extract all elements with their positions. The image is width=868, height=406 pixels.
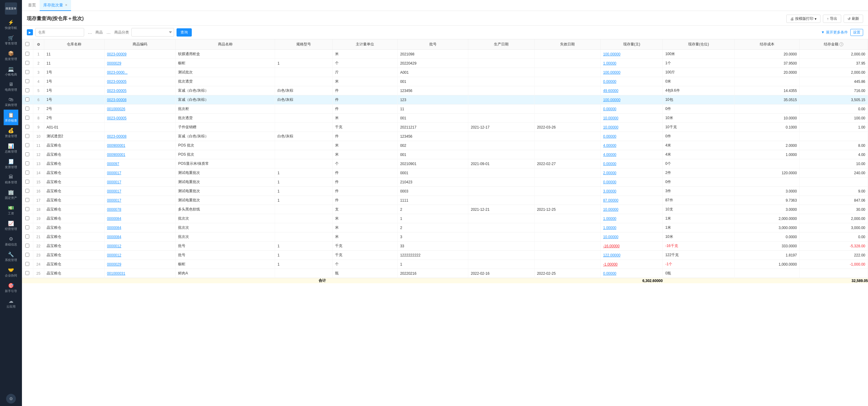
filter-toggle-button[interactable]: ▶ — [27, 29, 33, 35]
row-checkbox-10[interactable] — [25, 143, 29, 147]
cell-qty-main-16[interactable]: 87.00000 — [600, 196, 663, 205]
row-checkbox-0[interactable] — [25, 52, 29, 56]
row-checkbox-3[interactable] — [25, 79, 29, 83]
cell-code-15[interactable]: 0000017 — [104, 187, 176, 196]
sidebar-item-ecommerce[interactable]: 🖥电商管理 — [4, 79, 18, 94]
row-checkbox-16[interactable] — [25, 198, 29, 202]
sidebar-item-stats[interactable]: 📊总账管理 — [4, 141, 18, 156]
cell-code-24[interactable]: 001000031 — [104, 269, 176, 278]
cell-qty-main-20[interactable]: 10.00000 — [600, 232, 663, 241]
category-select[interactable] — [131, 28, 174, 37]
tab-close-inventory-batch[interactable]: ✕ — [65, 3, 67, 7]
cell-qty-main-22[interactable]: 122.00000 — [600, 251, 663, 260]
cell-code-21[interactable]: 0000012 — [104, 241, 176, 251]
sidebar-item-fixed[interactable]: 🏢固定资产 — [4, 187, 18, 203]
expand-conditions-button[interactable]: ▼ 展开更多条件 — [821, 30, 848, 35]
cell-qty-main-2[interactable]: 100.00000 — [600, 68, 663, 77]
cell-qty-main-13[interactable]: 2.00000 — [600, 168, 663, 177]
cell-code-7[interactable]: 0023-00005 — [104, 113, 176, 123]
row-checkbox-24[interactable] — [25, 271, 29, 275]
cell-qty-main-18[interactable]: 1.00000 — [600, 214, 663, 223]
sidebar-item-wholesale[interactable]: 📦批发管理 — [4, 48, 18, 64]
row-checkbox-21[interactable] — [25, 244, 29, 248]
cell-code-19[interactable]: 0000084 — [104, 223, 176, 232]
settings-link[interactable]: 设置 — [850, 29, 863, 36]
row-checkbox-17[interactable] — [25, 207, 29, 211]
cell-qty-main-24[interactable]: 0.00000 — [600, 269, 663, 278]
cell-code-20[interactable]: 0000084 — [104, 232, 176, 241]
cell-code-1[interactable]: 0000029 — [104, 59, 176, 68]
warehouse-input[interactable] — [35, 28, 84, 37]
sidebar-item-ecommerce-small[interactable]: 💻小账电商 — [4, 64, 18, 79]
cell-qty-main-9[interactable]: 0.00000 — [600, 132, 663, 141]
cell-code-10[interactable]: 000900001 — [104, 141, 176, 150]
export-button[interactable]: ↑ 导出 — [823, 14, 841, 23]
cell-code-3[interactable]: 0023-00005 — [104, 77, 176, 86]
cell-qty-main-21[interactable]: -16.00000 — [600, 241, 663, 251]
cell-qty-main-7[interactable]: 10.00000 — [600, 113, 663, 123]
search-menu-button[interactable]: 搜索菜单 — [5, 2, 17, 14]
cell-code-0[interactable]: 0023-00009 — [104, 49, 176, 59]
tab-inventory-batch[interactable]: 库存批次量✕ — [40, 0, 71, 11]
cell-code-2[interactable]: 0023-0000... — [104, 68, 176, 77]
search-button[interactable]: 查询 — [177, 28, 192, 37]
cell-qty-main-4[interactable]: 49.60000 — [600, 86, 663, 95]
row-checkbox-7[interactable] — [25, 116, 29, 120]
cell-qty-main-17[interactable]: 10.00000 — [600, 205, 663, 214]
cell-qty-main-23[interactable]: -1.00000 — [600, 260, 663, 269]
cell-qty-main-14[interactable]: 0.00000 — [600, 177, 663, 187]
cell-code-6[interactable]: 001000026 — [104, 104, 176, 113]
cell-code-14[interactable]: 0000017 — [104, 177, 176, 187]
sidebar-item-cloud[interactable]: ☁云应用 — [4, 296, 18, 311]
sidebar-item-retail[interactable]: 🛒零售管理 — [4, 33, 18, 48]
sidebar-item-base[interactable]: ⚙基础信息 — [4, 234, 18, 249]
cell-qty-main-8[interactable]: 10.00000 — [600, 123, 663, 132]
sidebar-item-payroll[interactable]: 💵工资 — [4, 203, 18, 218]
cell-qty-main-19[interactable]: 1.00000 — [600, 223, 663, 232]
cell-qty-main-6[interactable]: 0.00000 — [600, 104, 663, 113]
select-all-checkbox[interactable] — [25, 42, 29, 46]
tab-home[interactable]: 首页 — [24, 0, 40, 11]
row-checkbox-1[interactable] — [25, 61, 29, 65]
cell-qty-main-3[interactable]: 0.00000 — [600, 77, 663, 86]
cell-qty-main-0[interactable]: 100.00000 — [600, 49, 663, 59]
row-checkbox-2[interactable] — [25, 70, 29, 74]
sidebar-item-inventory[interactable]: 📋库存核查 — [4, 110, 18, 125]
row-checkbox-19[interactable] — [25, 225, 29, 229]
row-checkbox-8[interactable] — [25, 125, 29, 129]
sidebar-item-tax[interactable]: 🏛税务管理 — [4, 172, 18, 187]
row-checkbox-9[interactable] — [25, 134, 29, 138]
sidebar-item-home[interactable]: ⚡快捷导航 — [4, 17, 18, 33]
row-checkbox-12[interactable] — [25, 162, 29, 165]
row-checkbox-13[interactable] — [25, 171, 29, 174]
total-cost-help-icon[interactable]: ? — [839, 42, 843, 46]
row-checkbox-15[interactable] — [25, 189, 29, 193]
cell-qty-main-10[interactable]: 4.00000 — [600, 141, 663, 150]
cell-code-9[interactable]: 0023-00008 — [104, 132, 176, 141]
settings-col-icon[interactable]: ⚙ — [37, 42, 40, 46]
row-checkbox-14[interactable] — [25, 180, 29, 184]
sidebar-item-ops[interactable]: 📈经营管理 — [4, 218, 18, 234]
row-checkbox-6[interactable] — [25, 107, 29, 110]
sidebar-item-collab[interactable]: 🤝企业协同 — [4, 265, 18, 280]
cell-code-4[interactable]: 0023-00005 — [104, 86, 176, 95]
cell-qty-main-5[interactable]: 100.00000 — [600, 95, 663, 104]
row-checkbox-18[interactable] — [25, 216, 29, 220]
row-checkbox-4[interactable] — [25, 88, 29, 92]
row-checkbox-22[interactable] — [25, 253, 29, 257]
cell-qty-main-12[interactable]: 0.00000 — [600, 159, 663, 168]
sidebar-item-invoice[interactable]: 🧾发票管理 — [4, 156, 18, 172]
row-checkbox-5[interactable] — [25, 98, 29, 101]
row-checkbox-11[interactable] — [25, 152, 29, 156]
refresh-button[interactable]: ↺ 刷新 — [844, 14, 863, 23]
cell-code-8[interactable] — [104, 123, 176, 132]
sidebar-item-assets[interactable]: 💰资金管理 — [4, 125, 18, 141]
cell-code-22[interactable]: 0000012 — [104, 251, 176, 260]
cell-qty-main-1[interactable]: 1.00000 — [600, 59, 663, 68]
cell-code-13[interactable]: 0000017 — [104, 168, 176, 177]
cell-code-12[interactable]: 000097 — [104, 159, 176, 168]
cell-code-5[interactable]: 0023-00008 — [104, 95, 176, 104]
row-checkbox-20[interactable] — [25, 235, 29, 238]
sidebar-item-purchase[interactable]: 🛍采购管理 — [4, 94, 18, 110]
cell-qty-main-11[interactable]: 4.00000 — [600, 150, 663, 159]
